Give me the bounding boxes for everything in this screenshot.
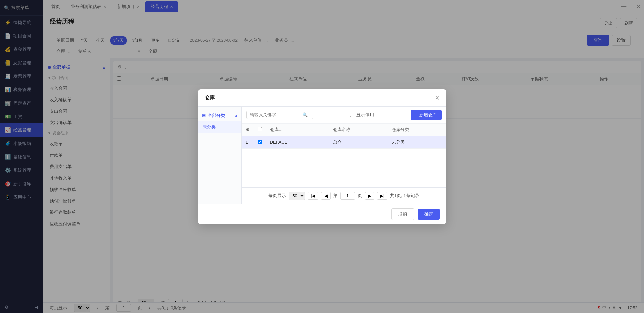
modal-header: 仓库 ✕ bbox=[198, 89, 446, 107]
search-icon2: 🔍 bbox=[302, 112, 308, 117]
modal-confirm-button[interactable]: 确定 bbox=[418, 209, 440, 220]
modal-last-page-btn[interactable]: ▶| bbox=[377, 192, 387, 200]
modal-th-category[interactable]: 仓库分类 bbox=[388, 124, 446, 136]
modal-prev-page-btn[interactable]: ◀ bbox=[321, 192, 331, 200]
modal-cancel-button[interactable]: 取消 bbox=[391, 208, 414, 220]
modal-search-box[interactable]: 🔍 bbox=[246, 111, 313, 119]
modal-page-label: 第 bbox=[333, 193, 338, 199]
modal-body: ⊞ 全部分类 « 未分类 🔍 显示停用 + 新增仓库 bbox=[198, 107, 446, 204]
modal-th-checkbox bbox=[254, 124, 266, 136]
modal-first-page-btn[interactable]: |◀ bbox=[308, 192, 318, 200]
modal-per-page-label: 每页显示 bbox=[268, 193, 286, 199]
modal-footer: 取消 确定 bbox=[198, 204, 446, 224]
add-warehouse-button[interactable]: + 新增仓库 bbox=[411, 110, 441, 120]
modal-uncategorized[interactable]: 未分类 bbox=[198, 121, 241, 133]
modal-all-category-label: 全部分类 bbox=[208, 113, 225, 119]
modal-row-name: 总仓 bbox=[329, 136, 388, 148]
modal-page-suffix: 页 bbox=[358, 193, 362, 199]
modal-left-panel: ⊞ 全部分类 « 未分类 bbox=[198, 107, 242, 204]
modal-next-page-btn[interactable]: ▶ bbox=[365, 192, 374, 200]
modal-table-row[interactable]: 1 DEFAULT 总仓 未分类 bbox=[242, 136, 446, 148]
modal-close-button[interactable]: ✕ bbox=[435, 94, 440, 102]
modal-right-panel: 🔍 显示停用 + 新增仓库 ⚙ 仓库... 仓库名称 bbox=[242, 107, 446, 204]
show-disabled-label[interactable]: 显示停用 bbox=[350, 112, 374, 118]
warehouse-modal: 仓库 ✕ ⊞ 全部分类 « 未分类 🔍 显示停用 bbox=[198, 89, 446, 224]
modal-header-row: ⚙ 仓库... 仓库名称 仓库分类 bbox=[242, 124, 446, 136]
modal-pagination: 每页显示 50 |◀ ◀ 第 页 ▶ ▶| 共1页, 1条记录 bbox=[242, 187, 446, 204]
modal-page-input[interactable] bbox=[340, 192, 355, 200]
modal-page-size-select[interactable]: 50 bbox=[289, 192, 305, 200]
modal-title: 仓库 bbox=[205, 94, 215, 101]
modal-th-code[interactable]: 仓库... bbox=[266, 124, 329, 136]
modal-table-body: 1 DEFAULT 总仓 未分类 bbox=[242, 136, 446, 148]
modal-row-category: 未分类 bbox=[388, 136, 446, 148]
modal-search-input[interactable] bbox=[250, 112, 300, 117]
show-disabled-checkbox[interactable] bbox=[350, 113, 354, 117]
modal-row-checkbox[interactable] bbox=[254, 136, 266, 148]
modal-header-checkbox[interactable] bbox=[258, 127, 262, 131]
modal-row-num: 1 bbox=[242, 136, 254, 148]
show-disabled-text: 显示停用 bbox=[356, 112, 374, 118]
modal-table-container: ⚙ 仓库... 仓库名称 仓库分类 1 DEFAULT 总仓 bbox=[242, 124, 446, 187]
modal-total-info: 共1页, 1条记录 bbox=[390, 193, 419, 199]
modal-all-category[interactable]: ⊞ 全部分类 « bbox=[198, 110, 241, 121]
grid-icon2: ⊞ bbox=[202, 113, 206, 118]
modal-row-code: DEFAULT bbox=[266, 136, 329, 148]
modal-uncategorized-label: 未分类 bbox=[203, 124, 216, 129]
modal-table: ⚙ 仓库... 仓库名称 仓库分类 1 DEFAULT 总仓 bbox=[242, 124, 446, 149]
modal-toolbar: 🔍 显示停用 + 新增仓库 bbox=[242, 107, 446, 124]
modal-th-settings: ⚙ bbox=[242, 124, 254, 136]
modal-th-name[interactable]: 仓库名称 bbox=[329, 124, 388, 136]
modal-collapse-icon[interactable]: « bbox=[234, 113, 237, 118]
